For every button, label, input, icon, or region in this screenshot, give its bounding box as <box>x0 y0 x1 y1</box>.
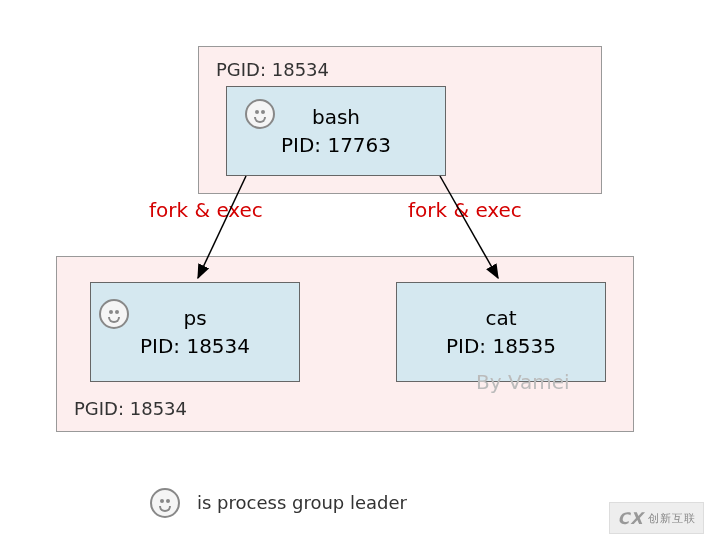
pgid-label-top: PGID: 18534 <box>216 59 329 80</box>
process-bash: bash PID: 17763 <box>226 86 446 176</box>
pgid-label-bottom: PGID: 18534 <box>74 398 187 419</box>
fork-exec-label-left: fork & exec <box>149 198 263 222</box>
legend-text: is process group leader <box>197 492 407 513</box>
process-ps: ps PID: 18534 <box>90 282 300 382</box>
watermark: By Vamei <box>476 370 570 394</box>
smiley-icon <box>99 299 129 329</box>
logo-text: 创新互联 <box>648 511 696 526</box>
smiley-icon <box>245 99 275 129</box>
site-logo: CX创新互联 <box>609 502 704 534</box>
smiley-icon <box>150 488 180 518</box>
process-pid: PID: 18535 <box>397 332 605 360</box>
process-pid: PID: 17763 <box>227 131 445 159</box>
fork-exec-label-right: fork & exec <box>408 198 522 222</box>
process-pid: PID: 18534 <box>91 332 299 360</box>
process-name: cat <box>397 304 605 332</box>
process-cat: cat PID: 18535 <box>396 282 606 382</box>
